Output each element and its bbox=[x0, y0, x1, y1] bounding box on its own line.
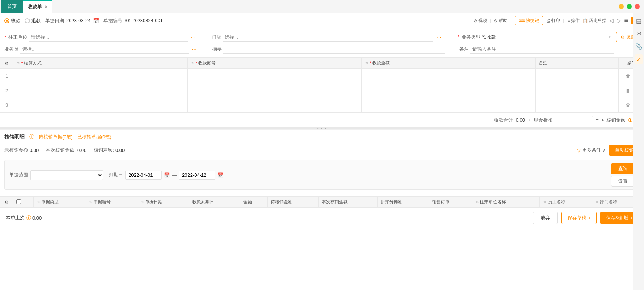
cell-settlement-3[interactable] bbox=[13, 98, 188, 113]
discard-button[interactable]: 放弃 bbox=[533, 212, 558, 224]
video-btn[interactable]: ⊙ 视频 bbox=[474, 17, 487, 24]
cell-settlement-2[interactable] bbox=[13, 83, 188, 98]
more-conditions-btn[interactable]: ▽ 更多条件 ∧ bbox=[577, 147, 606, 153]
remark-label: 备注 bbox=[459, 46, 469, 52]
history-btn[interactable]: 📋 历史单据 bbox=[582, 17, 606, 24]
cell-settlement-1[interactable] bbox=[13, 69, 188, 83]
row-num-3: 3 bbox=[0, 98, 13, 113]
tab-receipt[interactable]: 收款单 × bbox=[23, 0, 52, 13]
th-note: 备注 bbox=[536, 58, 619, 69]
store-more-icon[interactable]: ··· bbox=[435, 34, 443, 40]
cell-account-1[interactable] bbox=[188, 69, 362, 83]
writeoff-stats: 未核销金额 0.00 本次核销金额: 0.00 核销差额: 0.00 ▽ 更多条… bbox=[4, 143, 640, 157]
bottom-gear-icon[interactable]: ⚙ bbox=[5, 200, 9, 205]
th-settlement-label: 结算方式 bbox=[24, 60, 42, 66]
bth-counterpart-label: 往来单位名称 bbox=[480, 199, 506, 204]
sort-b4: ⇅ bbox=[476, 200, 479, 204]
search-settings-label: 设置 bbox=[618, 178, 628, 184]
bth-amount: 金额 bbox=[240, 197, 268, 208]
bth-pending: 待核销金额 bbox=[267, 197, 318, 208]
sort-b3: ⇅ bbox=[141, 200, 144, 204]
last-value: 0.00 bbox=[32, 215, 42, 221]
tab-home[interactable]: 首页 bbox=[1, 0, 23, 13]
th-settlement: ⇅ * 结算方式 bbox=[13, 58, 188, 69]
date-to-input[interactable] bbox=[179, 171, 215, 180]
cell-amount-3[interactable] bbox=[362, 98, 536, 113]
footer-info-icon[interactable]: ⓘ bbox=[26, 215, 31, 221]
print-btn[interactable]: 🖨 打印 bbox=[546, 17, 560, 24]
sort-icon-3: ⇅ bbox=[365, 61, 368, 65]
counterpart-more-icon[interactable]: ··· bbox=[189, 34, 197, 40]
video-icon: ⊙ bbox=[474, 18, 477, 23]
save-new-arrow-icon: ∧ bbox=[630, 216, 632, 220]
this-time-stat: 本次核销金额: 0.00 bbox=[46, 147, 86, 153]
shortcut-btn[interactable]: ⌨ 快捷键 bbox=[515, 16, 543, 25]
bottom-table-container: ⚙ ⇅ 单据类型 ⇅ 单据编号 ⇅ 单据日期 bbox=[0, 196, 644, 208]
help-btn[interactable]: ⊙ 帮助 bbox=[494, 17, 507, 24]
nav-next-icon[interactable]: ▷ bbox=[617, 17, 621, 24]
cell-note-2[interactable] bbox=[536, 83, 619, 98]
select-all-checkbox[interactable] bbox=[16, 199, 21, 204]
toolbar-right: ⊙ 视频 | ⊙ 帮助 | ⌨ 快捷键 🖨 打印 | ≡ 操作 bbox=[474, 16, 640, 25]
save-draft-button[interactable]: 保存草稿 ∧ bbox=[561, 212, 597, 224]
cell-note-3[interactable] bbox=[536, 98, 619, 113]
delete-icon-3[interactable]: 🗑 bbox=[625, 102, 631, 108]
query-button[interactable]: 查询 bbox=[611, 163, 635, 174]
sidebar-expand-icon[interactable]: ⤢ bbox=[635, 54, 643, 64]
save-new-button[interactable]: 保存&新增 ∧ bbox=[600, 212, 638, 224]
writeoff-info-icon[interactable]: ⓘ bbox=[29, 134, 34, 140]
tab-receipt-label: 收款单 bbox=[28, 4, 42, 10]
salesman-more-icon[interactable]: ··· bbox=[190, 46, 198, 52]
range-select[interactable] bbox=[30, 170, 103, 180]
business-type-arrow-icon[interactable]: ▼ bbox=[608, 35, 612, 39]
calendar-to-icon[interactable]: 📅 bbox=[217, 172, 223, 178]
calendar-from-icon[interactable]: 📅 bbox=[164, 172, 170, 178]
operation-btn[interactable]: ≡ 操作 bbox=[567, 17, 580, 24]
required-star-4: * bbox=[195, 60, 197, 66]
total-value: 0.00 bbox=[516, 117, 525, 123]
cell-amount-1[interactable] bbox=[362, 69, 536, 83]
store-label: 门店 bbox=[212, 34, 221, 40]
required-star-2: * bbox=[458, 34, 459, 40]
date-from-input[interactable] bbox=[125, 171, 162, 180]
sidebar-attach-icon[interactable]: 📎 bbox=[634, 42, 644, 51]
window-close-btn[interactable] bbox=[635, 4, 640, 9]
cell-account-2[interactable] bbox=[188, 83, 362, 98]
discount-input[interactable] bbox=[557, 116, 593, 124]
cell-note-1[interactable] bbox=[536, 69, 619, 83]
bth-discount-label: 折扣分摊额 bbox=[381, 199, 402, 204]
delete-icon-1[interactable]: 🗑 bbox=[625, 73, 631, 79]
data-table-section: ⚙ ⇅ * 结算方式 ⇅ * 收款账号 ⇅ bbox=[0, 58, 644, 113]
window-minimize-btn[interactable] bbox=[619, 4, 624, 9]
right-sidebar: ▤ ✉ 📎 ⤢ bbox=[633, 13, 644, 290]
done-tab-link[interactable]: 已核销单据(0笔) bbox=[77, 134, 111, 140]
toolbar: 收款 退款 单据日期 2023-03-24 📅 单据编号 SK-20230324… bbox=[0, 13, 644, 28]
store-input[interactable] bbox=[223, 33, 433, 42]
bth-counterpart: ⇅ 往来单位名称 bbox=[472, 197, 539, 208]
nav-prev-icon[interactable]: ◁ bbox=[609, 17, 614, 24]
tab-close-icon[interactable]: × bbox=[45, 4, 47, 9]
th-account: ⇅ * 收款账号 bbox=[188, 58, 362, 69]
remark-input[interactable] bbox=[470, 45, 614, 54]
salesman-input[interactable] bbox=[20, 45, 189, 54]
sidebar-mail-icon[interactable]: ✉ bbox=[635, 29, 643, 39]
window-maximize-btn[interactable] bbox=[627, 4, 632, 9]
bth-gear[interactable]: ⚙ bbox=[0, 197, 13, 208]
bth-checkbox[interactable] bbox=[13, 197, 34, 208]
sidebar-table-icon[interactable]: ▤ bbox=[635, 16, 643, 26]
date-value: 2023-03-24 bbox=[66, 18, 91, 23]
search-settings-button[interactable]: 设置 bbox=[611, 176, 635, 187]
pending-tab-link[interactable]: 待核销单据(0笔) bbox=[39, 134, 73, 140]
cell-amount-2[interactable] bbox=[362, 83, 536, 98]
table-gear-icon[interactable]: ⚙ bbox=[5, 61, 9, 66]
th-gear[interactable]: ⚙ bbox=[0, 58, 13, 69]
radio-receipt[interactable]: 收款 bbox=[4, 17, 20, 24]
summary-input[interactable] bbox=[223, 45, 445, 54]
delete-icon-2[interactable]: 🗑 bbox=[625, 88, 631, 94]
uncancelled-stat: 未核销金额 0.00 bbox=[4, 147, 39, 153]
cell-account-3[interactable] bbox=[188, 98, 362, 113]
counterpart-input[interactable] bbox=[29, 33, 188, 42]
menu-icon[interactable]: ≡ bbox=[624, 17, 628, 24]
radio-refund[interactable]: 退款 bbox=[25, 17, 41, 24]
calendar-icon[interactable]: 📅 bbox=[93, 18, 99, 24]
